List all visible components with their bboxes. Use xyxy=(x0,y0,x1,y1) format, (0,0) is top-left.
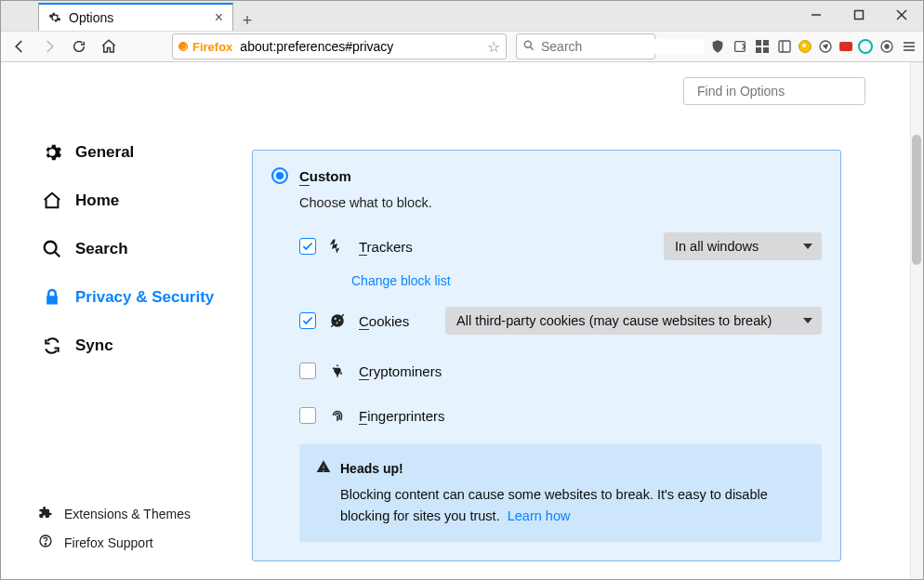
scrollbar[interactable] xyxy=(910,62,923,579)
find-in-options[interactable] xyxy=(683,77,865,105)
new-tab-button[interactable]: + xyxy=(233,11,261,31)
ext-icon-1[interactable] xyxy=(732,38,748,55)
sidebar-item-home[interactable]: Home xyxy=(38,183,243,218)
sidebar-item-label: Search xyxy=(75,240,128,258)
nav-toolbar: Firefox ☆ xyxy=(1,31,923,62)
svg-rect-11 xyxy=(779,41,790,52)
close-icon[interactable]: × xyxy=(215,9,223,26)
sidebar-item-label: Home xyxy=(75,191,119,210)
svg-point-15 xyxy=(885,45,889,48)
option-cryptominers: Cryptominers xyxy=(271,355,822,387)
ext-icon-3[interactable] xyxy=(878,38,895,55)
tab-title: Options xyxy=(69,10,113,25)
svg-rect-7 xyxy=(756,40,761,46)
lock-icon xyxy=(42,287,62,308)
ext-icon-amber[interactable] xyxy=(799,40,812,53)
radio-label: Custom xyxy=(299,168,351,184)
checkbox-trackers[interactable] xyxy=(299,238,316,255)
find-input[interactable] xyxy=(697,84,860,99)
panel-lead: Choose what to block. xyxy=(299,195,822,210)
home-icon xyxy=(42,191,62,211)
fingerprint-icon xyxy=(329,407,346,424)
svg-point-24 xyxy=(45,544,46,545)
scrollbar-handle[interactable] xyxy=(912,135,921,265)
puzzle-icon xyxy=(38,505,53,522)
maximize-button[interactable] xyxy=(838,1,880,29)
chevron-down-icon xyxy=(803,318,812,323)
minimize-button[interactable] xyxy=(795,1,838,29)
notice-box: Heads up! Blocking content can cause som… xyxy=(299,444,822,542)
compass-icon[interactable] xyxy=(817,38,834,55)
checkbox-cryptominers[interactable] xyxy=(299,362,316,379)
back-button[interactable] xyxy=(7,33,33,59)
link-change-block-list[interactable]: Change block list xyxy=(351,273,822,288)
svg-line-5 xyxy=(531,46,534,49)
sidebar-link-extensions[interactable]: Extensions & Themes xyxy=(38,505,191,522)
svg-rect-9 xyxy=(756,47,761,53)
checkbox-fingerprinters[interactable] xyxy=(299,407,316,424)
option-cookies: Cookies All third-party cookies (may cau… xyxy=(271,299,822,342)
tab-options[interactable]: Options × xyxy=(38,3,233,31)
sync-icon xyxy=(42,336,62,356)
sidebar-item-sync[interactable]: Sync xyxy=(38,328,243,363)
sidebar-item-label: General xyxy=(75,143,134,162)
option-trackers: Trackers In all windows xyxy=(271,225,822,268)
ext-icon-2[interactable] xyxy=(754,38,771,55)
svg-rect-8 xyxy=(763,40,769,46)
sidebar-item-label: Sync xyxy=(75,336,113,355)
sidebar-item-label: Privacy & Security xyxy=(75,288,214,307)
checkbox-cookies[interactable] xyxy=(299,312,316,329)
svg-point-21 xyxy=(45,242,57,254)
trackers-label: Trackers xyxy=(359,239,413,255)
home-button[interactable] xyxy=(96,33,122,59)
main-content: Custom Choose what to block. Trackers xyxy=(243,79,878,579)
toolbar-extensions xyxy=(709,38,917,55)
sidebar-link-support[interactable]: Firefox Support xyxy=(38,534,191,551)
cryptominers-label: Cryptominers xyxy=(359,363,442,379)
custom-blocking-panel: Custom Choose what to block. Trackers xyxy=(252,150,841,561)
select-cookies-policy[interactable]: All third-party cookies (may cause websi… xyxy=(445,307,822,335)
svg-line-22 xyxy=(55,252,59,257)
link-learn-how[interactable]: Learn how xyxy=(508,508,571,523)
gear-icon xyxy=(42,142,62,163)
radio-custom[interactable] xyxy=(271,167,288,184)
ext-icon-red[interactable] xyxy=(839,42,852,51)
cryptominers-icon xyxy=(329,362,346,379)
fingerprinters-label: Fingerprinters xyxy=(359,408,445,424)
sidebar-item-general[interactable]: General xyxy=(38,135,243,170)
reload-button[interactable] xyxy=(66,33,92,59)
search-bar[interactable] xyxy=(516,33,655,59)
trackers-icon xyxy=(329,238,346,255)
url-input[interactable] xyxy=(240,39,480,54)
cookies-label: Cookies xyxy=(359,313,409,329)
select-trackers-scope[interactable]: In all windows xyxy=(664,232,822,260)
svg-point-26 xyxy=(335,318,337,320)
notice-heading: Heads up! xyxy=(340,461,403,476)
sidebar-item-privacy[interactable]: Privacy & Security xyxy=(38,280,243,315)
search-icon xyxy=(42,239,62,259)
help-icon xyxy=(38,534,53,551)
firefox-icon xyxy=(178,42,188,51)
preferences-sidebar: General Home Search Privacy & Secur xyxy=(38,79,243,579)
close-window-button[interactable] xyxy=(880,1,923,29)
reader-icon[interactable] xyxy=(776,38,793,55)
cookies-icon xyxy=(329,312,346,329)
url-bar[interactable]: Firefox ☆ xyxy=(172,33,507,59)
option-fingerprinters: Fingerprinters xyxy=(271,400,822,431)
forward-button[interactable] xyxy=(36,33,62,59)
footer-label: Firefox Support xyxy=(64,535,153,550)
identity-label: Firefox xyxy=(192,40,232,54)
svg-rect-1 xyxy=(855,11,864,20)
window-controls xyxy=(795,1,923,31)
menu-icon[interactable] xyxy=(901,38,917,55)
svg-rect-10 xyxy=(763,47,769,53)
identity-box[interactable]: Firefox xyxy=(178,40,232,54)
titlebar: Options × + xyxy=(1,1,923,31)
sidebar-item-search[interactable]: Search xyxy=(38,231,243,267)
svg-point-4 xyxy=(524,41,531,47)
ext-icon-teal[interactable] xyxy=(858,39,873,54)
gear-icon xyxy=(48,11,61,24)
shield-icon[interactable] xyxy=(709,38,726,55)
bookmark-star-icon[interactable]: ☆ xyxy=(487,38,500,56)
search-input[interactable] xyxy=(541,39,704,54)
